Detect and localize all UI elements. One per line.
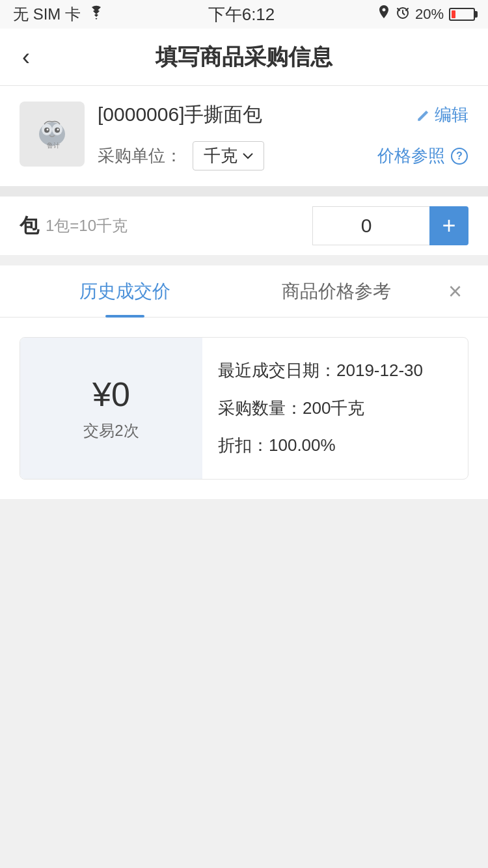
battery-icon	[449, 8, 475, 21]
svg-text:?: ?	[456, 150, 463, 161]
product-info: [0000006]手撕面包 编辑 采购单位： 千克 价格参照 ?	[98, 102, 468, 170]
svg-point-7	[57, 129, 59, 131]
quantity-input[interactable]	[312, 206, 429, 245]
history-date-row: 最近成交日期：2019-12-30	[218, 357, 452, 385]
history-card: ¥0 交易2次 最近成交日期：2019-12-30 采购数量：200千克 折扣：…	[20, 337, 468, 480]
history-trades: 交易2次	[83, 420, 139, 441]
status-bar: 无 SIM 卡 下午6:12 20%	[0, 0, 488, 29]
product-name: [0000006]手撕面包	[98, 102, 262, 128]
svg-text:鲁计: 鲁计	[47, 142, 60, 149]
unit-select[interactable]: 千克	[193, 141, 264, 170]
tabs-section: 历史成交价 商品价格参考 × ¥0 交易2次 最近成交日期：2019-12-30…	[0, 265, 488, 499]
history-qty-row: 采购数量：200千克	[218, 395, 452, 422]
alarm-icon	[396, 5, 410, 23]
main-background	[0, 499, 488, 868]
quantity-section: 包 1包=10千克 +	[0, 197, 488, 255]
unit-row: 采购单位： 千克 价格参照 ?	[98, 141, 468, 170]
location-icon	[377, 5, 390, 23]
tab-content: ¥0 交易2次 最近成交日期：2019-12-30 采购数量：200千克 折扣：…	[0, 318, 488, 499]
status-time: 下午6:12	[208, 3, 275, 26]
edit-button[interactable]: 编辑	[416, 103, 468, 126]
status-left: 无 SIM 卡	[13, 4, 105, 25]
wifi-icon	[87, 5, 105, 23]
quantity-label-box: 包 1包=10千克	[20, 213, 128, 239]
quantity-plus-button[interactable]: +	[429, 206, 468, 245]
svg-point-6	[47, 129, 49, 131]
battery-text: 20%	[415, 6, 444, 23]
price-ref-button[interactable]: 价格参照 ?	[377, 144, 468, 167]
tab-history-price[interactable]: 历史成交价	[20, 265, 230, 318]
product-thumbnail: 鲁计	[20, 102, 85, 167]
back-button[interactable]: ‹	[16, 37, 36, 77]
quantity-hint: 1包=10千克	[46, 215, 128, 236]
divider-1	[0, 186, 488, 197]
tab-product-price-ref[interactable]: 商品价格参考	[230, 265, 441, 318]
tabs-header: 历史成交价 商品价格参考 ×	[0, 265, 488, 318]
history-price-right: 最近成交日期：2019-12-30 采购数量：200千克 折扣：100.00%	[202, 338, 468, 479]
tab-close-button[interactable]: ×	[442, 271, 468, 312]
quantity-controls: +	[312, 206, 468, 245]
product-owl-icon: 鲁计	[33, 111, 72, 157]
nav-bar: ‹ 填写商品采购信息	[0, 29, 488, 86]
unit-label: 采购单位：	[98, 144, 182, 167]
history-discount-row: 折扣：100.00%	[218, 432, 452, 459]
history-price-left: ¥0 交易2次	[20, 338, 202, 479]
history-price-value: ¥0	[92, 375, 130, 414]
status-right: 20%	[377, 5, 475, 23]
product-name-row: [0000006]手撕面包 编辑	[98, 102, 468, 128]
quantity-unit: 包	[20, 213, 39, 239]
product-section: 鲁计 [0000006]手撕面包 编辑 采购单位： 千克 价格参照	[0, 86, 488, 186]
carrier-text: 无 SIM 卡	[13, 4, 81, 25]
page-title: 填写商品采购信息	[156, 42, 332, 72]
